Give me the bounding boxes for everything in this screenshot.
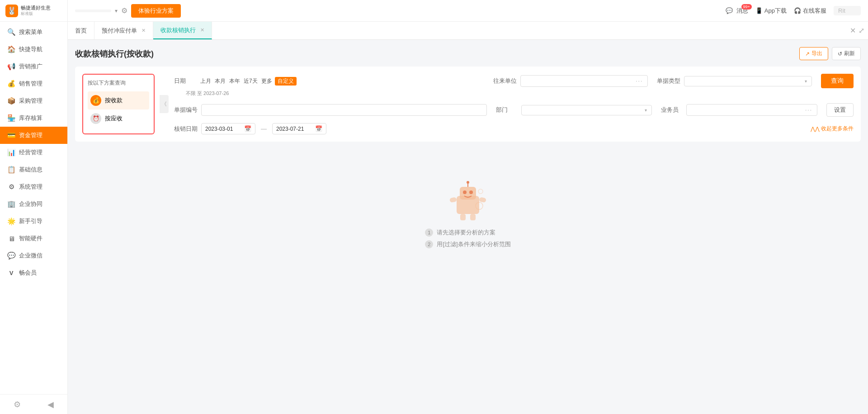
online-service-link[interactable]: 🎧 在线客服 <box>794 7 826 15</box>
calendar-start-icon[interactable]: 📅 <box>244 125 251 132</box>
empty-tips: 1 请先选择要分析的方案 2 用[过滤]条件来缩小分析范围 <box>425 228 510 248</box>
salesperson-select[interactable]: ··· <box>686 104 817 116</box>
sidebar-item-label: 企业微信 <box>19 252 42 260</box>
date-sub-hint: 不限 至 2023-07-26 <box>186 90 854 97</box>
refresh-button[interactable]: ↺ 刷新 <box>832 47 861 60</box>
tab-receipt-cancel-close[interactable]: ✕ <box>200 27 204 33</box>
svg-rect-8 <box>460 214 466 220</box>
counterparty-label: 往来单位 <box>493 77 517 85</box>
tab-close-all-icon[interactable]: ✕ <box>850 26 856 35</box>
date-shortcut-this-year[interactable]: 本年 <box>228 77 241 86</box>
logo-name: 畅捷通好生意 <box>21 5 51 11</box>
message-icon[interactable]: 💬 99+ 消息 <box>726 7 748 15</box>
receivable-option-icon: ⏰ <box>90 113 101 124</box>
collapse-more-button[interactable]: ⋀⋀ 收起更多条件 <box>811 125 854 133</box>
export-button[interactable]: ↗ 导出 <box>799 47 828 60</box>
sidebar-item-label: 智能硬件 <box>19 234 42 243</box>
counterparty-select[interactable]: ··· <box>520 75 648 87</box>
date-label: 日期 <box>174 77 196 85</box>
filter-option-by-receivable[interactable]: ⏰ 按应收 <box>88 109 149 128</box>
date-shortcut-custom[interactable]: 自定义 <box>275 77 297 86</box>
tip-text-1: 请先选择要分析的方案 <box>437 228 495 237</box>
salesperson-dots: ··· <box>805 107 812 113</box>
tabbar: 首页 预付冲应付单 ✕ 收款核销执行 ✕ ✕ ⤢ <box>68 22 868 40</box>
empty-state: 1 请先选择要分析的方案 2 用[过滤]条件来缩小分析范围 <box>75 142 861 285</box>
date-shortcut-last-month[interactable]: 上月 <box>199 77 212 86</box>
filter-date-item: 日期 上月 本月 本年 近7天 更多 自定义 <box>174 77 484 86</box>
date-shortcut-this-month[interactable]: 本月 <box>214 77 226 86</box>
doctype-select[interactable]: ▾ <box>684 76 812 86</box>
docno-input[interactable] <box>201 104 487 116</box>
filter-salesperson-item: 业务员 ··· <box>661 104 817 116</box>
sidebar-item-inventory[interactable]: 🏪 库存核算 <box>0 109 67 127</box>
tab-expand-icon[interactable]: ⤢ <box>859 26 864 35</box>
collapse-icon: ⋀⋀ <box>811 126 820 132</box>
svg-point-2 <box>463 190 467 194</box>
sidebar-item-label: 资金管理 <box>19 131 42 139</box>
page-actions: ↗ 导出 ↺ 刷新 <box>799 47 861 60</box>
hardware-icon: 🖥 <box>7 235 15 243</box>
tab-prepay[interactable]: 预付冲应付单 ✕ <box>94 22 153 39</box>
app-download-link[interactable]: 📱 App下载 <box>755 7 787 15</box>
tip-num-1: 1 <box>425 228 433 237</box>
sidebar-item-sales[interactable]: 💰 销售管理 <box>0 75 67 92</box>
user-display: Rit <box>834 6 861 15</box>
topbar-right: 💬 99+ 消息 📱 App下载 🎧 在线客服 Rit <box>726 6 861 15</box>
sidebar-item-finance[interactable]: 💳 资金管理 <box>0 127 67 144</box>
verify-date-end-value: 2023-07-21 <box>276 126 304 132</box>
sidebar-item-label: 快捷导航 <box>19 45 42 53</box>
tab-prepay-close[interactable]: ✕ <box>142 28 146 33</box>
tab-receipt-cancel[interactable]: 收款核销执行 ✕ <box>153 22 212 39</box>
brand-placeholder <box>75 10 111 12</box>
app-download-label: App下载 <box>764 7 787 15</box>
date-shortcuts: 上月 本月 本年 近7天 更多 自定义 <box>199 77 297 86</box>
calendar-end-icon[interactable]: 📅 <box>315 125 322 132</box>
search-menu-icon: 🔍 <box>7 28 15 36</box>
guide-icon: 🌟 <box>7 217 15 225</box>
filter-doctype-item: 单据类型 ▾ <box>657 76 812 86</box>
sidebar-item-member[interactable]: V 畅会员 <box>0 264 67 281</box>
verify-date-label: 核销日期 <box>174 125 198 133</box>
settings-button[interactable]: 设置 <box>826 103 854 117</box>
logo-icon: 🐰 <box>5 5 18 17</box>
page-title: 收款核销执行(按收款) <box>75 48 154 59</box>
sidebar-item-guide[interactable]: 🌟 新手引导 <box>0 213 67 230</box>
settings-bottom-icon[interactable]: ⚙ <box>14 400 21 409</box>
verify-date-start-input[interactable]: 2023-03-01 📅 <box>201 123 255 134</box>
content-area: 收款核销执行(按收款) ↗ 导出 ↺ 刷新 按以下方案查询 💰 按收款 <box>68 40 868 414</box>
verify-date-end-input[interactable]: 2023-07-21 📅 <box>272 123 326 134</box>
topbar-left: ▾ ⚙ 体验行业方案 <box>75 4 720 18</box>
filter-collapse-button[interactable]: 《 <box>160 95 169 113</box>
query-btn-col: 查询 <box>821 74 854 88</box>
sidebar-item-business[interactable]: 📊 经营管理 <box>0 144 67 161</box>
sidebar-item-system[interactable]: ⚙ 系统管理 <box>0 178 67 195</box>
sidebar-item-purchase[interactable]: 📦 采购管理 <box>0 92 67 109</box>
wechat-icon: 💬 <box>7 252 15 260</box>
sidebar-item-label: 营销推广 <box>19 62 42 71</box>
tab-home[interactable]: 首页 <box>68 22 94 39</box>
sidebar-item-hardware[interactable]: 🖥 智能硬件 <box>0 230 67 247</box>
sidebar-item-base-info[interactable]: 📋 基础信息 <box>0 161 67 178</box>
sidebar-item-marketing[interactable]: 📢 营销推广 <box>0 58 67 75</box>
logo-badge: 标准版 <box>21 11 51 17</box>
sidebar-item-label: 销售管理 <box>19 80 42 88</box>
collapse-sidebar-icon[interactable]: ◀ <box>47 400 54 409</box>
sidebar-item-enterprise[interactable]: 🏢 企业协同 <box>0 195 67 213</box>
date-sub-text: 不限 至 2023-07-26 <box>186 90 229 97</box>
topbar-dropdown-icon[interactable]: ▾ <box>115 8 118 14</box>
topbar: ▾ ⚙ 体验行业方案 💬 99+ 消息 📱 App下载 🎧 在线客服 Rit <box>68 0 868 22</box>
sidebar-item-wechat[interactable]: 💬 企业微信 <box>0 247 67 264</box>
filter-option-by-receipt[interactable]: 💰 按收款 <box>88 91 149 109</box>
sidebar-item-quick-nav[interactable]: 🏠 快捷导航 <box>0 41 67 58</box>
topbar-gear-icon[interactable]: ⚙ <box>121 6 127 15</box>
sidebar-item-label: 新手引导 <box>19 217 42 225</box>
date-shortcut-7days[interactable]: 近7天 <box>243 77 259 86</box>
tab-home-label: 首页 <box>75 27 87 35</box>
dept-select[interactable]: ▾ <box>521 105 652 115</box>
industry-btn[interactable]: 体验行业方案 <box>131 4 181 18</box>
filter-row-2: 单据编号 部门 ▾ 业务员 <box>174 103 854 117</box>
system-icon: ⚙ <box>7 183 15 191</box>
query-button[interactable]: 查询 <box>821 74 854 88</box>
date-shortcut-more[interactable]: 更多 <box>260 77 273 86</box>
sidebar-item-search-menu[interactable]: 🔍 搜索菜单 <box>0 24 67 41</box>
